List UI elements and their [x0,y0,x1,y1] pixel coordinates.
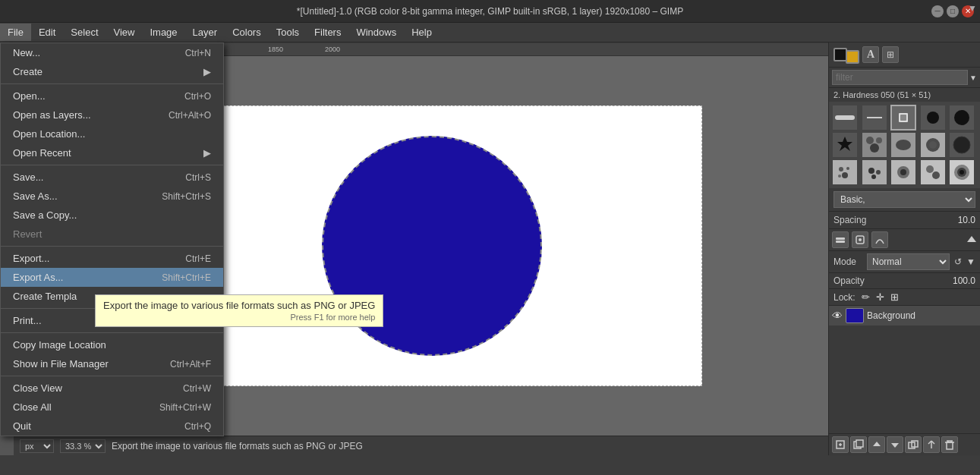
raise-layer-icon [871,439,882,450]
brush-1 [834,107,856,128]
brush-cell[interactable] [862,132,887,158]
layer-tab-paths[interactable] [871,231,888,248]
menu-export-as[interactable]: Export As... Shift+Ctrl+E [1,268,223,287]
brush-cell[interactable] [862,105,887,131]
menu-save[interactable]: Save... Ctrl+S [1,168,223,187]
menu-open[interactable]: Open... Ctrl+O [1,87,223,105]
brush-cell[interactable] [832,132,858,158]
filter-dropdown-icon[interactable]: ▼ [969,74,977,82]
brush-cell[interactable] [832,159,858,185]
menu-open-location[interactable]: Open Location... [1,124,223,143]
brush-cell[interactable] [920,105,946,131]
merge-layers-btn[interactable] [923,436,940,453]
mode-label: Mode [833,256,864,267]
svg-marker-45 [873,442,881,446]
mode-reset-btn[interactable]: ↺ [954,256,962,267]
brush-3 [893,107,914,128]
lock-alpha-icon[interactable]: ⊞ [890,291,899,303]
menu-help[interactable]: Help [404,24,440,41]
menu-select[interactable]: Select [63,24,106,41]
svg-point-17 [896,140,911,150]
spacing-row: Spacing 10.0 [829,212,980,229]
brush-cell[interactable] [920,159,946,185]
svg-text:2000: 2000 [325,46,340,53]
brush-cell[interactable] [949,105,975,131]
brush-spray5 [951,162,972,183]
new-layer-icon [853,439,864,450]
brush-4 [922,107,944,128]
menu-open-layers[interactable]: Open as Layers... Ctrl+Alt+O [1,105,223,124]
layer-tab-layers[interactable] [832,231,849,248]
paths-icon [874,234,885,245]
menu-create[interactable]: Create ▶ [1,62,223,81]
brush-cell[interactable] [862,159,887,185]
mode-info-btn[interactable]: ▼ [966,256,975,267]
brush-cell[interactable] [890,132,916,158]
minimize-button[interactable]: ─ [931,5,944,17]
menu-image[interactable]: Image [142,24,184,41]
menu-export[interactable]: Export... Ctrl+E [1,249,223,268]
menu-new[interactable]: New... Ctrl+N [1,43,223,62]
new-layer-btn[interactable] [850,436,867,453]
svg-point-34 [960,170,964,175]
opacity-label: Opacity [833,275,871,286]
delete-layer-btn[interactable] [941,436,958,453]
svg-point-27 [871,175,876,179]
svg-point-30 [926,165,934,173]
menu-edit[interactable]: Edit [31,24,63,41]
blend-mode-select[interactable]: Normal Multiply Screen Overlay [867,253,950,270]
maximize-button[interactable]: □ [947,5,959,17]
brush-texture1 [864,134,885,156]
brush-type-select[interactable]: Basic, Classic Pixel [833,191,975,208]
separator-3 [1,246,223,247]
brush-cell[interactable] [949,132,975,158]
brush-cell[interactable] [832,105,858,131]
brush-cell[interactable] [920,132,946,158]
duplicate-layer-btn[interactable] [905,436,922,453]
menu-file[interactable]: File [0,24,31,41]
lower-layer-btn[interactable] [887,436,903,453]
menu-save-copy[interactable]: Save a Copy... [1,206,223,225]
font-tool-btn[interactable]: A [862,46,879,63]
brush-cell[interactable] [890,159,916,185]
separator-1 [1,83,223,84]
menu-layer[interactable]: Layer [185,24,225,41]
file-dropdown-menu: New... Ctrl+N Create ▶ Open... Ctrl+O Op… [0,42,224,436]
separator-6 [1,376,223,376]
svg-rect-44 [856,440,863,447]
zoom-selector[interactable]: 33.3 % 50 % 100 % [60,439,106,453]
brush-cell[interactable] [949,159,975,185]
menu-close-all[interactable]: Close All Shift+Ctrl+W [1,398,223,417]
layer-visibility-toggle[interactable]: 👁 [832,310,843,322]
new-layer-visible-icon [835,439,846,450]
menu-tools[interactable]: Tools [269,24,307,41]
layer-tab-channels[interactable] [852,231,868,248]
panel-options-btn[interactable] [966,234,977,247]
right-panel: A ⊞ ▼ ▼ 2. Hardness 050 (51 × 51) [828,42,980,455]
brush-cell-selected[interactable] [890,105,916,131]
brush-texture2 [893,134,914,156]
unit-selector[interactable]: px in mm [20,439,54,453]
brush-texture4 [951,134,972,156]
menu-open-recent[interactable]: Open Recent ▶ [1,143,223,162]
svg-rect-52 [947,442,953,449]
menu-copy-location[interactable]: Copy Image Location [1,335,223,354]
svg-point-12 [954,110,969,125]
menu-view[interactable]: View [106,24,143,41]
spacing-value: 10.0 [958,215,975,225]
raise-layer-btn[interactable] [868,436,885,453]
menu-quit[interactable]: Quit Ctrl+Q [1,417,223,436]
brush-filter-input[interactable] [832,70,968,85]
panel-top-icons: A ⊞ ▼ [829,42,980,68]
menu-show-manager[interactable]: Show in File Manager Ctrl+Alt+F [1,354,223,373]
menu-close-view[interactable]: Close View Ctrl+W [1,379,223,398]
menu-windows[interactable]: Windows [348,24,404,41]
new-layer-from-visible-btn[interactable] [832,436,849,453]
menu-save-as[interactable]: Save As... Shift+Ctrl+S [1,187,223,206]
menu-filters[interactable]: Filters [307,24,348,41]
lock-position-icon[interactable]: ✛ [876,291,884,303]
lock-pixels-icon[interactable]: ✏ [862,291,870,303]
menu-colors[interactable]: Colors [225,24,269,41]
background-color-btn[interactable] [846,50,859,64]
pattern-tool-btn[interactable]: ⊞ [882,46,899,63]
